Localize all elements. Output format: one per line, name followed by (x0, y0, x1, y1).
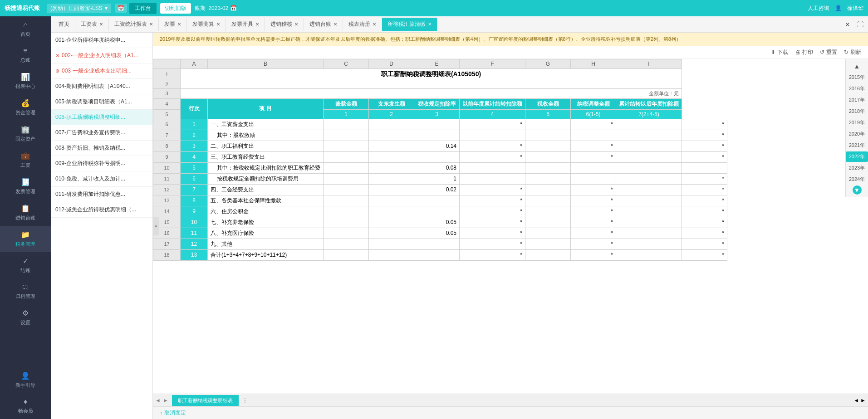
tab-close-salary-report[interactable]: ✕ (149, 22, 153, 27)
tab-invoice-calc[interactable]: 发票测算 ✕ (187, 18, 226, 31)
cancel-fixed-button[interactable]: ↑ 取消固定 (160, 409, 186, 417)
row18-c6[interactable]: * (571, 249, 616, 260)
year-2023[interactable]: 2023年 (846, 163, 868, 173)
row16-c4[interactable]: * (460, 228, 525, 239)
row16-c7[interactable] (616, 228, 682, 239)
row7-c4[interactable] (460, 130, 525, 141)
row17-c4[interactable]: * (460, 239, 525, 249)
row15-c7[interactable] (616, 217, 682, 228)
row12-c1[interactable] (324, 184, 369, 195)
row18-c2[interactable] (369, 249, 414, 260)
row14-c2[interactable] (369, 206, 414, 217)
row13-label[interactable]: 五、各类基本社会保障性缴款 (208, 195, 324, 206)
row10-c6[interactable] (571, 162, 616, 173)
row16-c2[interactable] (369, 228, 414, 239)
print-button[interactable]: 🖨 打印 (795, 49, 813, 56)
row15-label[interactable]: 七、补充养老保险 (208, 217, 324, 228)
report-item-011[interactable]: 011-研发费用加计扣除优惠... (51, 187, 152, 202)
row18-c3[interactable] (414, 249, 460, 260)
row14-label[interactable]: 六、住房公积金 (208, 206, 324, 217)
row9-c1[interactable] (324, 151, 369, 162)
row11-c6[interactable] (571, 173, 616, 184)
row6-c2[interactable] (369, 119, 414, 130)
reset-button[interactable]: ↺ 重置 (820, 49, 837, 56)
row13-c8[interactable]: * (682, 195, 727, 206)
calendar-icon-btn[interactable]: 📅 (115, 4, 127, 13)
company-selector[interactable]: (勿动）江西般宝-LSS ▾ (47, 4, 111, 13)
year-2019[interactable]: 2019年 (846, 117, 868, 128)
row7-c1[interactable] (324, 130, 369, 141)
row9-c2[interactable] (369, 151, 414, 162)
report-item-006[interactable]: 006-职工薪酬纳税调整明细... (51, 110, 152, 125)
tab-income-tax[interactable]: 所得税汇算清缴 ✕ (382, 18, 437, 31)
row6-c1[interactable] (324, 119, 369, 130)
report-item-009[interactable]: 009-企业所得税弥补亏损明... (51, 156, 152, 171)
row6-c3[interactable] (414, 119, 460, 130)
row8-c8[interactable]: * (682, 141, 727, 151)
row6-label[interactable]: 一、工资薪金支出 (208, 119, 324, 130)
row8-c5[interactable] (525, 141, 571, 151)
row13-c3[interactable] (414, 195, 460, 206)
row14-c6[interactable]: * (571, 206, 616, 217)
row12-c8[interactable]: * (682, 184, 727, 195)
row11-c8[interactable]: * (682, 173, 727, 184)
bottom-tab-dots[interactable]: ⋮ (242, 397, 248, 404)
row15-c1[interactable] (324, 217, 369, 228)
row17-c3[interactable] (414, 239, 460, 249)
row8-c3[interactable]: 0.14 (414, 141, 460, 151)
bottom-scroll-area[interactable]: ◄ ► (853, 397, 866, 404)
bottom-tab-employee-salary[interactable]: 职工薪酬纳税调整明细表 (172, 395, 239, 406)
row8-c2[interactable] (369, 141, 414, 151)
sidebar-item-reports[interactable]: 📊 报表中心 (0, 68, 51, 94)
row10-label[interactable]: 其中：按税收规定比例扣除的职工教育经费 (208, 162, 324, 173)
row15-c6[interactable]: * (571, 217, 616, 228)
row17-c2[interactable] (369, 239, 414, 249)
row15-c5[interactable] (525, 217, 571, 228)
report-item-004[interactable]: 004-期间费用明细表（A1040... (51, 79, 152, 94)
row15-c2[interactable] (369, 217, 414, 228)
sidebar-item-member[interactable]: ♦ 畅会员 (0, 393, 51, 419)
sidebar-item-fixed-assets[interactable]: 🏢 固定资产 (0, 121, 51, 147)
sidebar-item-settlement[interactable]: ✓ 结账 (0, 252, 51, 278)
row18-label[interactable]: 合计(1+3+4+7+8+9+10+11+12) (208, 249, 324, 260)
row18-c8[interactable]: * (682, 249, 727, 260)
switch-old-button[interactable]: 切到旧版 (160, 3, 191, 14)
row14-c4[interactable]: * (460, 206, 525, 217)
tab-salary-report[interactable]: 工资统计报表 ✕ (109, 18, 159, 31)
row7-c6[interactable] (571, 130, 616, 141)
row9-c7[interactable] (616, 151, 682, 162)
row6-c8[interactable]: * (682, 119, 727, 130)
row14-c1[interactable] (324, 206, 369, 217)
row6-c4[interactable]: * (460, 119, 525, 130)
row12-c2[interactable] (369, 184, 414, 195)
tab-close-all-btn[interactable]: ✕ (843, 20, 853, 29)
tab-purchase-check[interactable]: 进销稽核 ✕ (265, 18, 304, 31)
row11-c2[interactable] (369, 173, 414, 184)
row9-c5[interactable] (525, 151, 571, 162)
row14-c8[interactable]: * (682, 206, 727, 217)
row8-c4[interactable]: * (460, 141, 525, 151)
row9-c3[interactable] (414, 151, 460, 162)
row16-c6[interactable]: * (571, 228, 616, 239)
report-item-008[interactable]: 008-资产折旧、摊销及纳税... (51, 141, 152, 156)
sidebar-item-settings[interactable]: ⚙ 设置 (0, 304, 51, 331)
row16-c3[interactable]: 0.05 (414, 228, 460, 239)
row11-c7[interactable] (616, 173, 682, 184)
bottom-nav-left[interactable]: ◄ (155, 397, 161, 404)
row15-c8[interactable]: * (682, 217, 727, 228)
sidebar-item-invoice[interactable]: 🧾 发票管理 (0, 173, 51, 200)
sidebar-item-ledger[interactable]: ≡ 总账 (0, 42, 51, 68)
row10-c5[interactable] (525, 162, 571, 173)
row7-label[interactable]: 其中：股权激励 (208, 130, 324, 141)
report-item-005[interactable]: 005-纳税调整项目明细表（A1... (51, 94, 152, 110)
row13-c4[interactable]: * (460, 195, 525, 206)
collapse-panel-button[interactable]: « (153, 217, 159, 235)
row8-c7[interactable] (616, 141, 682, 151)
row18-c4[interactable]: * (460, 249, 525, 260)
tab-expand-btn[interactable]: ⛶ (855, 20, 866, 29)
year-2024[interactable]: 2024年 (846, 174, 868, 185)
row7-c3[interactable] (414, 130, 460, 141)
row7-c5[interactable] (525, 130, 571, 141)
year-up-button[interactable]: ▲ (853, 61, 862, 71)
row18-c1[interactable] (324, 249, 369, 260)
